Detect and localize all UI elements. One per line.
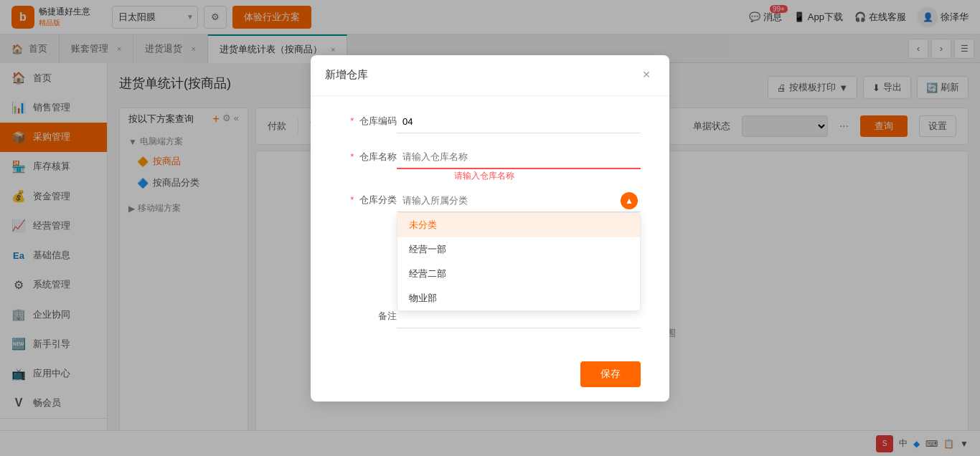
dropdown-item-property[interactable]: 物业部 <box>397 286 640 310</box>
dropdown-item-uncategorized[interactable]: 未分类 <box>397 213 640 237</box>
dropdown-item-ops2[interactable]: 经营二部 <box>397 262 640 286</box>
dialog-overlay: 新增仓库 × * 仓库编码 * 仓库名称 <box>0 0 980 456</box>
note-label: 备注 <box>339 305 397 323</box>
name-field-row: * 仓库名称 请输入仓库名称 <box>339 146 641 169</box>
dialog-title: 新增仓库 <box>325 68 368 82</box>
code-label: * 仓库编码 <box>339 110 397 128</box>
dialog-header: 新增仓库 × <box>311 55 669 96</box>
category-dropdown: 未分类 经营一部 经营二部 物业部 <box>397 212 641 311</box>
category-input-wrap: ▲ <box>397 189 641 212</box>
save-button[interactable]: 保存 <box>580 361 641 387</box>
new-warehouse-dialog: 新增仓库 × * 仓库编码 * 仓库名称 <box>311 55 669 402</box>
dialog-body: * 仓库编码 * 仓库名称 请输入仓库名称 <box>311 96 669 353</box>
dialog-footer: 保存 <box>311 353 669 402</box>
dialog-close-button[interactable]: × <box>638 67 655 84</box>
category-chevron-icon[interactable]: ▲ <box>621 192 638 209</box>
name-label: * 仓库名称 <box>339 146 397 163</box>
name-input-wrap: 请输入仓库名称 <box>397 146 641 169</box>
name-error-message: 请输入仓库名称 <box>454 170 514 182</box>
category-label: * 仓库分类 <box>339 189 397 206</box>
close-icon: × <box>643 67 651 82</box>
category-input[interactable] <box>397 189 641 212</box>
code-field-row: * 仓库编码 <box>339 110 641 133</box>
dropdown-item-ops1[interactable]: 经营一部 <box>397 237 640 262</box>
name-input[interactable] <box>397 146 641 169</box>
code-input[interactable] <box>397 110 641 133</box>
category-field-row: * 仓库分类 ▲ 未分类 经营一部 经营二部 物业部 <box>339 189 641 212</box>
code-input-wrap <box>397 110 641 133</box>
